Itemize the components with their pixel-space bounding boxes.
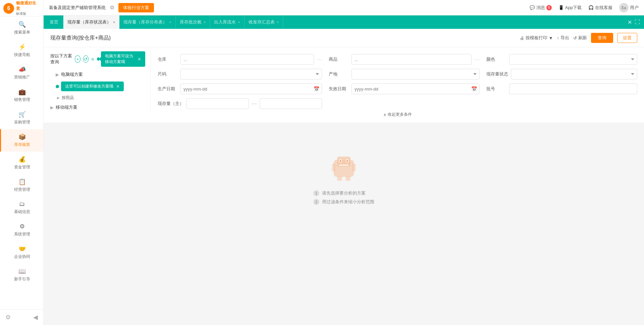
query-button[interactable]: 查询 bbox=[591, 33, 613, 43]
tab-close-receive-dispatch[interactable]: × bbox=[277, 20, 279, 24]
collapse-up-icon: ∧ bbox=[383, 112, 386, 117]
plan-node-mobile[interactable]: ▶ 移动端方案 bbox=[50, 103, 145, 112]
color-select[interactable] bbox=[509, 54, 637, 65]
tab-fullscreen-btn[interactable]: ⛶ bbox=[635, 19, 640, 25]
tab-stock-dist[interactable]: 现存量（库存分布表）× bbox=[119, 15, 175, 29]
refresh-icon: ↺ bbox=[573, 36, 577, 41]
tab-receive-dispatch[interactable]: 收发存汇总表× bbox=[245, 15, 283, 29]
operations-icon: 📋 bbox=[18, 178, 26, 185]
tab-close-all-btn[interactable]: ✕ bbox=[628, 19, 632, 25]
sidebar-item-label-base: 基础信息 bbox=[14, 209, 30, 215]
purchase-icon: 🛒 bbox=[18, 111, 26, 118]
sidebar-item-search[interactable]: 🔍搜索菜单 bbox=[0, 17, 43, 39]
step-2-num: 2 bbox=[313, 199, 319, 205]
svg-rect-9 bbox=[337, 176, 342, 181]
expiry-date-calendar-icon[interactable]: 📅 bbox=[471, 86, 477, 92]
plan-node-pc[interactable]: ▶ 电脑端方案 bbox=[56, 70, 145, 79]
expiry-date-input[interactable] bbox=[352, 84, 480, 94]
top-header: 装备及固定资产辅助管理系统 ⚙ 体验行业方案 💬 消息 6 📱 App下载 🎧 … bbox=[44, 0, 644, 15]
refresh-plan-btn[interactable]: ↺ bbox=[83, 55, 89, 63]
sidebar-item-system[interactable]: ⚙系统管理 bbox=[0, 219, 43, 241]
warehouse-input[interactable] bbox=[180, 54, 314, 65]
tooltip-edit-wrap: 这里可以创建和修改方案哦 ✕ bbox=[56, 82, 145, 91]
warehouse-more-icon[interactable]: ⋯ bbox=[317, 56, 322, 63]
filter-row-warehouse: 仓库 ⋯ bbox=[158, 54, 322, 65]
batch-input[interactable] bbox=[509, 84, 637, 94]
sales-icon: 💼 bbox=[18, 88, 26, 96]
color-label: 颜色 bbox=[486, 56, 506, 62]
trial-button[interactable]: 体验行业方案 bbox=[118, 3, 154, 12]
sidebar-item-label-purchase: 采购管理 bbox=[14, 119, 30, 125]
main-area: 装备及固定资产辅助管理系统 ⚙ 体验行业方案 💬 消息 6 📱 App下载 🎧 … bbox=[44, 0, 644, 325]
prod-date-calendar-icon[interactable]: 📅 bbox=[314, 86, 319, 92]
sidebar-item-label-enterprise: 企业协同 bbox=[14, 254, 30, 260]
stock-main-to[interactable] bbox=[260, 98, 322, 109]
origin-select[interactable] bbox=[352, 69, 480, 79]
plan-tree: ▶ 电脑端方案 bbox=[50, 70, 145, 79]
tab-label-home: 首页 bbox=[50, 19, 58, 25]
filter-row-expiry-date: 失效日期 📅 bbox=[329, 84, 480, 94]
print-template-btn[interactable]: 🖨 按模板打印 ▼ bbox=[520, 35, 553, 41]
tab-stock-status[interactable]: 现存量（库存状况表）× bbox=[63, 15, 119, 29]
sidebar-item-marketing[interactable]: 📣营销推广 bbox=[0, 62, 43, 84]
sidebar-item-label-marketing: 营销推广 bbox=[14, 74, 30, 80]
back-btn[interactable]: « bbox=[91, 56, 94, 62]
empty-illustration bbox=[327, 150, 361, 183]
prod-date-wrap: 📅 bbox=[180, 84, 322, 94]
sidebar-item-guide[interactable]: 📖新手引导 bbox=[0, 264, 43, 286]
sidebar-item-finance[interactable]: 💰资金管理 bbox=[0, 152, 43, 174]
search-icon: 🔍 bbox=[18, 21, 26, 28]
app-download-btn[interactable]: 📱 App下载 bbox=[558, 5, 582, 11]
sidebar-item-purchase[interactable]: 🛒采购管理 bbox=[0, 107, 43, 129]
tooltip-close-btn[interactable]: ✕ bbox=[138, 57, 141, 62]
prod-date-input[interactable] bbox=[180, 84, 322, 94]
tooltip-edit-close-btn[interactable]: ✕ bbox=[116, 84, 120, 89]
svg-point-4 bbox=[340, 160, 341, 162]
plan-node-triangle: ▶ bbox=[56, 72, 59, 77]
stock-status-select[interactable] bbox=[511, 69, 637, 79]
plan-child-item-1[interactable]: ▶ 按照品 bbox=[57, 94, 145, 102]
system-settings-icon[interactable]: ⚙ bbox=[110, 4, 114, 11]
tab-home[interactable]: 首页 bbox=[45, 15, 63, 29]
user-profile-btn[interactable]: Ea 用户 bbox=[619, 3, 639, 12]
page-content: 现存量查询(按仓库+商品) 🖨 按模板打印 ▼ ↑ 导出 ↺ 刷新 查询 设置 bbox=[44, 29, 644, 325]
tab-close-in-out[interactable]: × bbox=[238, 20, 240, 24]
sidebar-item-operations[interactable]: 📋经营管理 bbox=[0, 174, 43, 197]
message-btn[interactable]: 💬 消息 6 bbox=[530, 5, 552, 11]
sidebar-item-label-system: 系统管理 bbox=[14, 231, 30, 237]
plan-node-mobile-triangle: ▶ bbox=[50, 105, 54, 110]
step-1-num: 1 bbox=[313, 190, 319, 196]
tab-close-stock-batch[interactable]: × bbox=[204, 20, 206, 24]
export-btn[interactable]: ↑ 导出 bbox=[557, 35, 570, 41]
settings-gear-icon[interactable]: ⚙ bbox=[5, 314, 11, 321]
stock-main-from[interactable] bbox=[186, 98, 249, 109]
page-title: 现存量查询(按仓库+商品) bbox=[50, 35, 111, 42]
sidebar-item-base[interactable]: 🗂基础信息 bbox=[0, 197, 43, 219]
tab-in-out[interactable]: 出入库流水× bbox=[210, 15, 244, 29]
tab-close-stock-status[interactable]: × bbox=[113, 20, 115, 24]
product-more-icon[interactable]: ⋯ bbox=[474, 56, 480, 63]
collapse-more-btn[interactable]: ∧ 收起更多条件 bbox=[158, 109, 637, 119]
sidebar-item-stock[interactable]: 📦库存核算 bbox=[0, 129, 43, 152]
online-service-btn[interactable]: 🎧 在线客服 bbox=[588, 5, 612, 11]
settings-button[interactable]: 设置 bbox=[617, 33, 637, 43]
sidebar-item-quick-nav[interactable]: ⚡快捷导航 bbox=[0, 39, 43, 62]
sidebar-item-label-operations: 经营管理 bbox=[14, 187, 30, 193]
sidebar-item-sales[interactable]: 💼销售管理 bbox=[0, 84, 43, 107]
size-select[interactable] bbox=[180, 69, 322, 79]
filter-row-size: 尺码 bbox=[158, 69, 322, 79]
filter-row-batch: 批号 bbox=[486, 84, 637, 94]
expiry-date-label: 失效日期 bbox=[329, 86, 349, 92]
add-plan-btn[interactable]: + bbox=[75, 55, 80, 63]
filter-left-panel: 按以下方案查询 + ↺ « 电脑方案可设为移动方案哦 ✕ bbox=[50, 51, 151, 112]
sidebar-item-enterprise[interactable]: 🤝企业协同 bbox=[0, 241, 43, 264]
header-right: 💬 消息 6 📱 App下载 🎧 在线客服 Ea 用户 bbox=[530, 3, 639, 12]
marketing-icon: 📣 bbox=[18, 66, 26, 73]
tab-stock-batch[interactable]: 库存批次账× bbox=[176, 15, 210, 29]
sidebar-collapse-icon[interactable]: ◀ bbox=[33, 314, 38, 321]
product-input[interactable] bbox=[352, 54, 472, 65]
tab-actions: ✕ ⛶ bbox=[625, 19, 643, 25]
sidebar-bottom: ⚙ ◀ bbox=[0, 309, 43, 325]
refresh-btn[interactable]: ↺ 刷新 bbox=[573, 35, 587, 41]
tab-close-stock-dist[interactable]: × bbox=[169, 20, 171, 24]
